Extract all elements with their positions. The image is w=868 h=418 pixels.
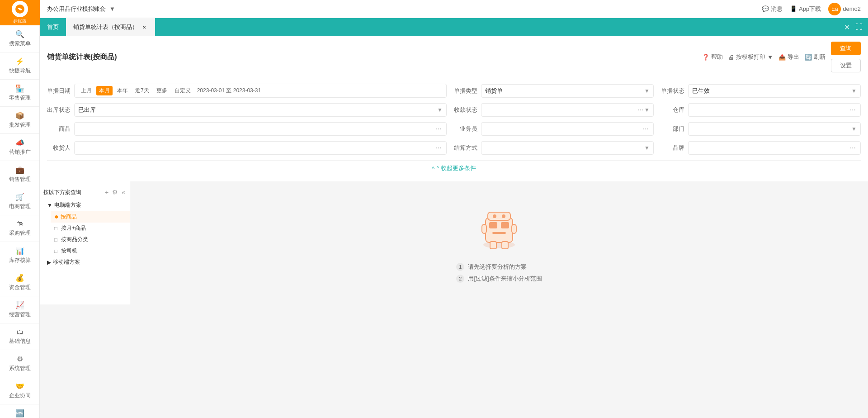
type-label: 单据类型 (454, 87, 481, 95)
sidebar-item-basic[interactable]: 🗂 基础信息 (0, 323, 39, 350)
receiver-dots-icon: ··· (436, 144, 442, 152)
empty-state: 1 请先选择要分析的方案 2 用[过滤]条件来缩小分析范围 (130, 181, 868, 304)
help-icon: ❓ (702, 54, 709, 61)
date-tab-custom[interactable]: 自定义 (172, 86, 193, 95)
add-scheme-icon[interactable]: + (104, 188, 109, 197)
sidebar-item-retail[interactable]: 🏪 零售管理 (0, 80, 39, 107)
date-tab-lastmonth[interactable]: 上月 (78, 86, 94, 95)
tree-item-product-category[interactable]: □ 按商品分类 (51, 234, 130, 245)
tab-close-window-btn[interactable]: ✕ (842, 21, 852, 33)
sidebar-item-system[interactable]: ⚙ 系统管理 (0, 350, 39, 377)
step-1-text: 请先选择要分析的方案 (468, 263, 527, 271)
brand-control[interactable]: ··· (688, 141, 861, 155)
main-area: 办公用品行业模拟账套 ▼ 💬 消息 📱 App下载 Ea demo2 首页 (40, 0, 868, 418)
svg-rect-10 (502, 242, 508, 249)
receiver-control[interactable]: ··· (74, 141, 447, 155)
message-btn[interactable]: 💬 消息 (762, 5, 783, 13)
page-content: 销货单统计表(按商品) ❓ 帮助 🖨 按模板打印 ▼ 📤 导出 (40, 36, 868, 418)
tab-report[interactable]: 销货单统计表（按商品） ✕ (66, 18, 155, 36)
svg-point-1 (19, 8, 21, 10)
download-icon: 📱 (790, 5, 797, 12)
sidebar-menu: 🔍 搜索菜单 ⚡ 快捷导航 🏪 零售管理 📦 批发管理 📣 营销推广 💼 销售管… (0, 25, 39, 418)
setting-scheme-icon[interactable]: ⚙ (111, 188, 119, 197)
payment-control[interactable]: ▼ (481, 141, 654, 155)
filter-receiver: 收货人 ··· (47, 141, 447, 155)
status-control[interactable]: 已生效 ▼ (688, 84, 861, 98)
svg-rect-8 (512, 224, 516, 233)
wholesale-icon: 📦 (15, 111, 24, 120)
type-arrow-icon: ▼ (644, 88, 650, 94)
tree-pc-children: ● 按商品 □ 按月+商品 □ 按商品分类 □ (40, 211, 130, 256)
header-right: 💬 消息 📱 App下载 Ea demo2 (762, 3, 861, 15)
sidebar-item-inventory[interactable]: 📊 库存核算 (0, 242, 39, 269)
title-dropdown[interactable]: ▼ (109, 5, 115, 12)
sales-icon: 💼 (15, 166, 24, 174)
pay-status-arrow-icon: ▼ (644, 107, 650, 113)
filter-dept: 部门 ▼ (661, 122, 861, 136)
collapse-panel-icon[interactable]: « (121, 188, 126, 197)
dept-control[interactable]: ▼ (688, 122, 861, 136)
sidebar-item-finance[interactable]: 💰 资金管理 (0, 269, 39, 296)
sidebar-item-newbie[interactable]: 🆕 新手引导 (0, 404, 39, 418)
date-tab-more[interactable]: 更多 (154, 86, 170, 95)
content-wrapper: 按以下方案查询 + ⚙ « ▼ 电脑端方案 ● 按商品 (40, 181, 868, 304)
user-menu[interactable]: Ea demo2 (828, 3, 861, 15)
tree-mobile-group[interactable]: ▶ 移动端方案 (40, 256, 130, 268)
sidebar-item-search[interactable]: 🔍 搜索菜单 (0, 25, 39, 52)
tree-item-product[interactable]: ● 按商品 (51, 211, 130, 223)
date-tab-thisyear[interactable]: 本年 (114, 86, 131, 95)
logo[interactable]: 标账版 (0, 0, 40, 25)
message-icon: 💬 (762, 5, 769, 12)
app-download-btn[interactable]: 📱 App下载 (790, 5, 821, 13)
page-actions: ❓ 帮助 🖨 按模板打印 ▼ 📤 导出 🔄 刷新 (702, 42, 861, 72)
collapse-btn[interactable]: ^ ^ 收起更多条件 (47, 160, 861, 176)
step-1-num: 1 (456, 263, 464, 271)
filter-area: 单据日期 上月 本月 本年 近7天 更多 自定义 2023-03-01 至 20… (40, 78, 868, 181)
tree-item-driver[interactable]: □ 按司机 (51, 245, 130, 256)
refresh-icon: 🔄 (805, 54, 812, 61)
sidebar-item-quicknav[interactable]: ⚡ 快捷导航 (0, 52, 39, 80)
type-value: 销货单 (485, 87, 644, 95)
sidebar-item-operations[interactable]: 📈 经营管理 (0, 296, 39, 323)
tab-close-btn[interactable]: ✕ (141, 24, 148, 31)
search-icon: 🔍 (15, 30, 24, 38)
inventory-icon: 📊 (15, 247, 24, 255)
pc-group-arrow-icon: ▼ (47, 202, 52, 209)
newbie-icon: 🆕 (15, 409, 24, 418)
filter-warehouse: 仓库 ··· (661, 103, 861, 117)
tree-pc-group[interactable]: ▼ 电脑端方案 (40, 200, 130, 211)
tab-maximize-btn[interactable]: ⛶ (854, 21, 864, 33)
export-btn[interactable]: 📤 导出 (778, 53, 799, 61)
out-status-arrow-icon: ▼ (437, 107, 443, 113)
date-tab-thismonth[interactable]: 本月 (96, 86, 113, 95)
tab-home[interactable]: 首页 (40, 18, 66, 36)
out-status-control[interactable]: 已出库 ▼ (74, 103, 447, 117)
template-print-btn[interactable]: 🖨 按模板打印 ▼ (728, 53, 773, 61)
tree-item-month-product[interactable]: □ 按月+商品 (51, 223, 130, 234)
sidebar-item-sales[interactable]: 💼 销售管理 (0, 161, 39, 188)
query-button[interactable]: 查询 (831, 42, 861, 55)
sidebar-item-ecommerce[interactable]: 🛒 电商管理 (0, 188, 39, 215)
product-control[interactable]: ··· (74, 122, 447, 136)
staff-control[interactable]: ··· (481, 122, 654, 136)
filter-row-2: 出库状态 已出库 ▼ 收款状态 ··· ▼ (47, 103, 861, 117)
sidebar-item-marketing[interactable]: 📣 营销推广 (0, 134, 39, 161)
app-title: 办公用品行业模拟账套 (47, 5, 106, 13)
sidebar-item-purchase[interactable]: 🛍 采购管理 (0, 215, 39, 242)
marketing-icon: 📣 (15, 138, 24, 147)
page-title-bar: 销货单统计表(按商品) ❓ 帮助 🖨 按模板打印 ▼ 📤 导出 (40, 36, 868, 78)
date-label: 单据日期 (47, 87, 74, 95)
type-control[interactable]: 销货单 ▼ (481, 84, 654, 98)
sidebar-item-wholesale[interactable]: 📦 批发管理 (0, 107, 39, 134)
set-button[interactable]: 设置 (831, 59, 861, 72)
warehouse-control[interactable]: ··· (688, 103, 861, 117)
sidebar-item-enterprise[interactable]: 🤝 企业协同 (0, 377, 39, 404)
header-left: 办公用品行业模拟账套 ▼ (47, 5, 115, 13)
operations-icon: 📈 (15, 301, 24, 309)
out-status-value: 已出库 (78, 106, 437, 114)
help-btn[interactable]: ❓ 帮助 (702, 53, 723, 61)
date-tab-7days[interactable]: 近7天 (132, 86, 152, 95)
tab-bar-right: ✕ ⛶ (842, 21, 868, 33)
pay-status-control[interactable]: ··· ▼ (481, 103, 654, 117)
refresh-btn[interactable]: 🔄 刷新 (805, 53, 826, 61)
